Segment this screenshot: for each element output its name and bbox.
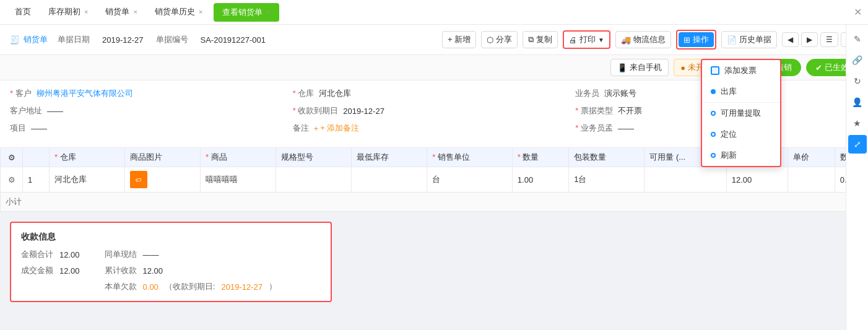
receipt-owed-row: 本单欠款 0.00 （收款到期日: 2019-12-27 ） [105,281,277,292]
from-phone-btn[interactable]: 📱 来自手机 [610,59,669,76]
total-value: 12.00 [59,250,80,259]
col-gear: ⚙ [1,148,23,167]
staff-value: 演示账号 [604,88,636,99]
table-row: ⚙ 1 河北仓库 🏷 嘻嘻嘻嘻 台 1.00 1台 12.00 0. [1,167,868,193]
plus-icon: + [314,124,319,133]
toolbar: + 新增 ⬡ 分享 ⧉ 复制 🖨 打印 ▼ 🚚 物流信息 ⊞ [442,30,858,50]
settle-value: —— [143,250,159,259]
cell-available [644,167,726,193]
col-min-stock: 最低库存 [352,148,427,167]
print-icon: 🖨 [569,35,577,45]
available-qty-item[interactable]: 可用量提取 [702,103,780,124]
tab-bar: 首页 库存期初 × 销货单 × 销货单历史 × 查看销货单 × ✕ [0,0,868,25]
refresh-icon [711,153,716,158]
ticket-type-value: 不开票 [618,105,642,116]
sidebar-link-icon[interactable]: 🔗 [848,51,867,69]
outbound-label: 出库 [721,86,737,97]
address-value: —— [47,106,63,116]
settle-label: 同单现结 [105,249,137,260]
tab-sales-order[interactable]: 销货单 × [97,0,145,25]
tab-inventory-init[interactable]: 库存期初 × [40,0,97,25]
tab-view-sales-close[interactable]: × [266,9,270,16]
locate-item[interactable]: 定位 [702,124,780,145]
deal-value: 12.00 [59,266,80,276]
col-product: * 商品 [201,148,276,167]
sidebar-expand-icon[interactable]: ⤢ [848,135,867,154]
tab-view-sales[interactable]: 查看销货单 × [214,3,279,22]
cell-pack-qty: 1台 [569,167,644,193]
copy-button[interactable]: ⧉ 复制 [523,31,558,48]
tab-sales-history-close[interactable]: × [199,8,202,15]
print-button[interactable]: 🖨 打印 ▼ [563,30,610,49]
receipt-right-col: 同单现结 —— 累计收款 12.00 本单欠款 0.00 （收款到期日: 201… [105,249,277,292]
customer-field: * 客户 柳州粤港平安气体有限公司 [10,88,293,99]
add-invoice-label: 添加发票 [724,65,757,76]
sidebar-user-icon[interactable]: 👤 [848,93,867,111]
outbound-icon [711,89,716,94]
cell-product-img: 🏷 [124,167,200,193]
share-button[interactable]: ⬡ 分享 [481,31,518,48]
operation-button[interactable]: ⊞ 操作 [679,32,714,47]
available-qty-icon [711,111,716,116]
sidebar-edit-icon[interactable]: ✎ [848,30,867,48]
owed-close: ） [269,281,277,292]
copy-label: 复制 [536,34,552,45]
tab-home[interactable]: 首页 [6,0,40,25]
col-price: 单价 [788,148,835,167]
tab-sales-order-close[interactable]: × [133,8,137,15]
cell-seq: 1 [23,167,50,193]
add-note-btn[interactable]: + + 添加备注 [314,123,360,134]
warehouse-value: 河北仓库 [319,88,351,99]
staff-label: 业务员 [575,88,599,99]
payment-date-label: * 收款到期日 [293,105,339,116]
payment-date-field: * 收款到期日 2019-12-27 [293,105,576,116]
cell-warehouse: 河北仓库 [49,167,124,193]
outbound-item[interactable]: 出库 [702,81,780,102]
new-button[interactable]: + 新增 [442,31,476,48]
available-qty-label: 可用量提取 [721,108,761,119]
receipt-section: 收款信息 金额合计 12.00 成交金额 12.00 同单现结 —— [0,212,868,312]
logistics-button[interactable]: 🚚 物流信息 [615,31,671,48]
col-seq [23,148,50,167]
copy-icon: ⧉ [528,35,534,45]
note-field: 备注 + + 添加备注 [293,123,576,134]
customer-value[interactable]: 柳州粤港平安气体有限公司 [37,88,133,99]
operation-dropdown: 添加发票 出库 可用量提取 定位 刷新 [701,59,781,167]
product-image: 🏷 [130,171,147,188]
staff2-label: * 业务员孟 [575,123,613,134]
list-view-button[interactable]: ☰ [820,32,838,47]
share-icon: ⬡ [487,35,493,45]
col-unit: * 销售单位 [427,148,512,167]
effective-check-icon: ✔ [815,63,822,72]
new-label: + 新增 [448,34,471,45]
col-product-img: 商品图片 [124,148,200,167]
logistics-label: 物流信息 [633,34,666,45]
next-button[interactable]: ▶ [801,32,818,47]
cell-spec [276,167,352,193]
number-label: 单据编号 [156,34,188,45]
cell-min-stock [352,167,427,193]
history-button[interactable]: 📄 历史单据 [721,31,777,48]
logistics-icon: 🚚 [621,35,631,45]
owed-value: 0.00 [143,282,158,292]
from-phone-label: 来自手机 [630,62,662,73]
sidebar-star-icon[interactable]: ★ [848,114,867,132]
cumulative-value: 12.00 [143,266,163,276]
refresh-item[interactable]: 刷新 [702,145,780,166]
date-label: 单据日期 [58,34,90,45]
tab-sales-history[interactable]: 销货单历史 × [146,0,211,25]
prev-button[interactable]: ◀ [782,32,799,47]
warehouse-label: * 仓库 [293,88,315,99]
phone-icon: 📱 [617,63,627,72]
share-label: 分享 [496,34,512,45]
doc-icon: 🧾 [10,35,20,45]
add-invoice-item[interactable]: 添加发票 [702,60,780,81]
receipt-rows: 金额合计 12.00 成交金额 12.00 同单现结 —— 累计收款 [21,249,321,292]
tab-bar-close-btn[interactable]: ✕ [854,6,862,18]
tab-inventory-init-close[interactable]: × [84,8,88,15]
tab-home-label: 首页 [15,6,31,17]
col-pack-qty: 包装数量 [569,148,644,167]
doc-title-section: 🧾 销货单 [10,34,48,45]
receipt-settle-row: 同单现结 —— [105,249,277,260]
sidebar-rotate-icon[interactable]: ↻ [848,72,867,90]
